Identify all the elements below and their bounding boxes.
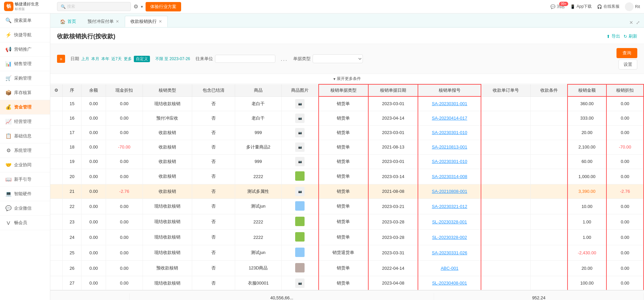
bill-report-no-link[interactable]: SA-20230414-017 — [432, 116, 467, 121]
bill-report-no-link[interactable]: SA-20210808-001 — [432, 189, 467, 194]
cell-included-settled: 否 — [192, 276, 235, 290]
sidebar-item-search[interactable]: 🔍 搜索菜单 — [0, 13, 50, 28]
bill-report-no-link[interactable]: SL-20230328-001 — [432, 219, 467, 224]
date-this-month[interactable]: 本月 — [91, 56, 99, 62]
cell-bill-report-type: 销货单 — [319, 229, 368, 245]
sidebar-item-label: 基础信息 — [14, 133, 32, 139]
sidebar-item-finance[interactable]: 💰 资金管理 — [0, 100, 50, 115]
data-table: ⚙ 序 余额 现金折扣 核销类型 包含已结清 商品 商品图片 核销单据类型 核销… — [50, 84, 644, 290]
cell-verify-amount: 10.00 — [568, 199, 606, 214]
bill-report-no-link[interactable]: SL-20230408-001 — [432, 281, 467, 286]
cell-product: 多计量商品2 — [235, 140, 282, 154]
table-footer: 40,556,66... 952.24 — [50, 290, 644, 300]
expand-window-icon[interactable]: ⤢ — [636, 20, 640, 25]
sidebar-item-label: 库存核算 — [14, 90, 32, 96]
tab-home[interactable]: 🏠 首页 — [54, 16, 82, 27]
date-more[interactable]: 更多 — [124, 56, 132, 62]
cell-product: 测试jun — [235, 199, 282, 214]
query-button[interactable]: 查询 — [616, 48, 637, 58]
sidebar-item-quicknav[interactable]: ⚡ 快捷导航 — [0, 28, 50, 42]
cell-seq: 15 — [63, 96, 82, 111]
cell-included-settled: 否 — [192, 199, 235, 214]
date-this-year[interactable]: 本年 — [101, 56, 109, 62]
sidebar-item-member[interactable]: V 畅会员 — [0, 216, 50, 230]
bill-report-no-link[interactable]: SL-20230328-002 — [432, 235, 467, 240]
settings-button[interactable]: 设置 — [619, 59, 637, 70]
tab-collection[interactable]: 收款核销执行 ✕ — [125, 16, 168, 27]
expand-more-button[interactable]: ▾ 展开更多条件 — [333, 76, 361, 82]
brand-area: 畅 畅捷通好生意 标准版 — [4, 2, 54, 11]
chart-icon: 📊 — [5, 61, 11, 67]
filter-action-area: 查询 设置 — [616, 48, 637, 70]
date-custom[interactable]: 自定义 — [134, 56, 150, 62]
bill-report-no-link[interactable]: ABC-001 — [441, 266, 459, 271]
tab-collection-close[interactable]: ✕ — [159, 19, 162, 24]
sidebar-item-system[interactable]: ⚙ 系统管理 — [0, 143, 50, 158]
top-search-area: 🔍 搜索 ⚙ ▾ 体验行业方案 — [57, 2, 548, 11]
more-filters-dots[interactable]: ... — [281, 55, 288, 62]
col-header-verify-discount: 核销折扣 — [606, 84, 644, 96]
refresh-button[interactable]: ↻ 刷新 — [624, 33, 637, 39]
cell-receipt-order-no — [481, 154, 531, 169]
cell-settings — [50, 184, 63, 199]
col-header-settings[interactable]: ⚙ — [50, 84, 63, 96]
cell-product: 2222 — [235, 229, 282, 245]
bill-report-no-link[interactable]: SA-20230321-012 — [432, 204, 467, 209]
sidebar-item-operations[interactable]: 📈 经营管理 — [0, 115, 50, 129]
page-title: 收款核销执行(按收款) — [57, 32, 115, 40]
sidebar-item-purchase[interactable]: 🛒 采购管理 — [0, 71, 50, 86]
col-header-balance: 余额 — [82, 84, 106, 96]
cell-verify-discount: 0.00 — [606, 111, 644, 125]
filter-toggle-button[interactable]: » — [57, 55, 65, 63]
cell-product-img: 📷 — [281, 184, 319, 199]
cell-product-img: 📷 — [281, 154, 319, 169]
table-scroll[interactable]: ⚙ 序 余额 现金折扣 核销类型 包含已结清 商品 商品图片 核销单据类型 核销… — [50, 84, 644, 290]
bill-report-no-link[interactable]: SA-20230301-010 — [432, 159, 467, 164]
cell-bill-report-no: SA-20230301-001 — [418, 96, 481, 111]
bill-report-no-link[interactable]: SA-20230314-008 — [432, 174, 467, 179]
sidebar-item-collab[interactable]: 🤝 企业协同 — [0, 158, 50, 172]
cell-balance: 0.00 — [82, 276, 106, 290]
date-last-month[interactable]: 上月 — [81, 56, 89, 62]
sidebar-item-wechat[interactable]: 💬 企业微信 — [0, 201, 50, 216]
global-search[interactable]: 🔍 搜索 — [57, 2, 131, 11]
message-badge: 99+ — [559, 2, 568, 6]
cell-verify-discount: -70.00 — [606, 140, 644, 154]
app-download-item[interactable]: 📱 App下载 — [570, 4, 592, 9]
cell-receipt-order-no — [481, 245, 531, 260]
cell-balance: 0.00 — [82, 184, 106, 199]
dropdown-icon[interactable]: ▾ — [141, 4, 143, 9]
col-header-cash-discount: 现金折扣 — [106, 84, 143, 96]
sidebar-item-sales[interactable]: 📊 销售管理 — [0, 57, 50, 71]
user-area[interactable]: Rit — [625, 2, 640, 11]
cell-product-img — [281, 199, 319, 214]
tab-prepay[interactable]: 预付冲应付单 ✕ — [82, 16, 125, 27]
tab-prepay-close[interactable]: ✕ — [116, 19, 119, 24]
cell-product: 123D商品 — [235, 260, 282, 276]
bill-report-no-link[interactable]: SA-20230301-001 — [432, 101, 467, 106]
message-icon-item[interactable]: 💬 消息 99+ — [550, 4, 565, 9]
solution-button[interactable]: 体验行业方案 — [146, 2, 181, 11]
brand-logo: 畅 — [4, 2, 13, 11]
cell-balance: 0.00 — [82, 96, 106, 111]
sidebar-item-guide[interactable]: 📖 新手引导 — [0, 172, 50, 187]
sidebar-item-hardware[interactable]: 💻 智能硬件 — [0, 187, 50, 201]
cell-verify-type: 收款核销 — [143, 154, 192, 169]
cell-product: 老白干 — [235, 96, 282, 111]
date-7days[interactable]: 近7天 — [111, 56, 122, 62]
bill-type-select[interactable] — [313, 54, 363, 63]
settings-icon[interactable]: ⚙ — [133, 3, 138, 10]
bill-report-no-link[interactable]: SA-20230331-026 — [432, 250, 467, 255]
cell-receipt-condition — [531, 245, 568, 260]
close-window-icon[interactable]: ✕ — [629, 20, 633, 25]
cell-verify-type: 现结收款核销 — [143, 229, 192, 245]
cell-verify-discount: 0.00 — [606, 169, 644, 184]
sidebar-item-basic-info[interactable]: 📋 基础信息 — [0, 129, 50, 143]
counterparty-input[interactable] — [215, 55, 275, 63]
bill-report-no-link[interactable]: SA-20230301-010 — [432, 130, 467, 135]
online-service-item[interactable]: 🎧 在线客服 — [597, 4, 620, 9]
export-button[interactable]: ⬆ 导出 — [606, 33, 620, 39]
sidebar-item-inventory[interactable]: 📦 库存核算 — [0, 86, 50, 100]
bill-report-no-link[interactable]: SA-20210813-001 — [432, 144, 467, 149]
sidebar-item-marketing[interactable]: 📢 营销推广 — [0, 42, 50, 57]
